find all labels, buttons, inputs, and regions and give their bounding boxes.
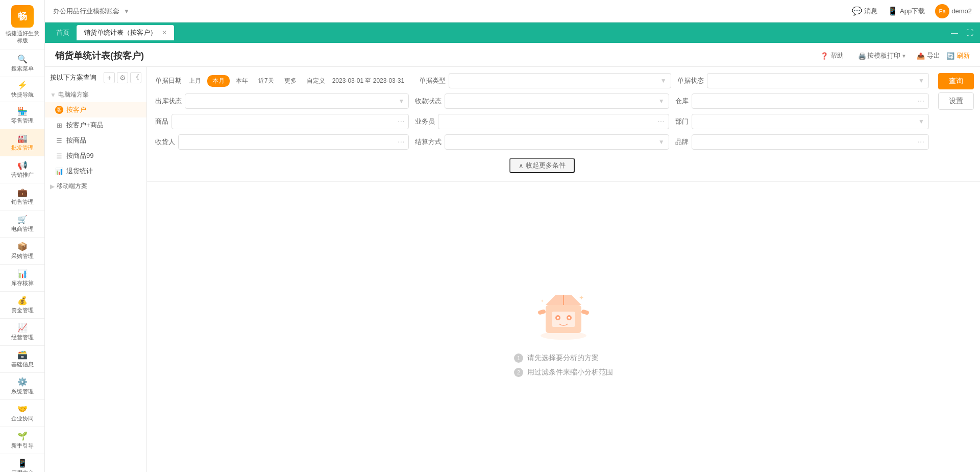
sidebar-item-inventory[interactable]: 📊 库存核算 (0, 265, 44, 292)
date-btn-this-year[interactable]: 本年 (232, 75, 252, 87)
scheme-item-by-goods-99[interactable]: ☰ 按商品99 (45, 148, 146, 163)
by-goods-99-icon: ☰ (55, 152, 63, 160)
sidebar-item-finance[interactable]: 💰 资金管理 (0, 292, 44, 319)
warehouse-select[interactable]: ··· (692, 93, 929, 109)
sidebar-nav-label: 快捷导航 (11, 91, 34, 99)
collapse-btn[interactable]: ∧ 收起更多条件 (509, 158, 575, 173)
message-action[interactable]: 💬 消息 (852, 6, 877, 16)
salesperson-select[interactable]: ··· (438, 114, 669, 129)
goods-select[interactable]: ··· (172, 114, 409, 129)
sidebar: 畅 畅捷通好生意标版 🔍 搜索菜单 ⚡ 快捷导航 🏪 零售管理 🏭 批发管理 📢… (0, 0, 45, 472)
empty-tips: 1 请先选择要分析的方案 2 用过滤条件来缩小分析范围 (514, 353, 613, 377)
app-download-action[interactable]: 📱 App下载 (888, 6, 925, 16)
date-btn-more[interactable]: 更多 (280, 75, 301, 87)
sidebar-item-purchase[interactable]: 📦 采购管理 (0, 238, 44, 265)
sidebar-search[interactable]: 🔍 搜索菜单 (0, 50, 44, 77)
sidebar-logo: 畅 畅捷通好生意标版 (0, 0, 44, 50)
scheme-item-by-goods[interactable]: ☰ 按商品 (45, 133, 146, 148)
scheme-item-by-customer-goods[interactable]: ⊞ 按客户+商品 (45, 117, 146, 133)
svg-text:✦: ✦ (541, 299, 544, 303)
settlement-select[interactable]: ▼ (445, 134, 669, 150)
scheme-settings-btn[interactable]: ⚙ (117, 72, 128, 83)
return-stat-icon: 📊 (55, 167, 63, 175)
salesperson-dots-icon[interactable]: ··· (657, 117, 664, 126)
sidebar-item-system[interactable]: ⚙️ 系统管理 (0, 373, 44, 400)
doc-type-label: 单据类型 (419, 76, 446, 85)
tip-1-text: 请先选择要分析的方案 (527, 353, 599, 363)
doc-type-select[interactable]: ▼ (449, 73, 671, 88)
nav-icon: ⚡ (17, 80, 28, 90)
sidebar-item-base[interactable]: 🗃️ 基础信息 (0, 346, 44, 373)
sidebar-item-sales[interactable]: 💼 销售管理 (0, 183, 44, 210)
print-btn[interactable]: 🖨️ 按模板打印 ▼ (854, 49, 911, 62)
sidebar-item-retail[interactable]: 🏪 零售管理 (0, 102, 44, 129)
scheme-item-return-stat[interactable]: 📊 退货统计 (45, 163, 146, 179)
tab-minimize-btn[interactable]: — (948, 27, 961, 39)
recipient-dots-icon[interactable]: ··· (398, 137, 404, 147)
query-btn[interactable]: 查询 (938, 73, 974, 89)
scheme-panel: 按以下方案查询 + ⚙ 《 ▼ 电脑端方案 客 按客户 (45, 67, 147, 472)
empty-illustration: ✦ ✦ (530, 277, 597, 343)
scheme-add-btn[interactable]: + (104, 72, 115, 83)
sidebar-item-marketing-label: 营销推广 (11, 171, 34, 179)
operation-icon: 📈 (17, 323, 28, 333)
by-customer-goods-icon: ⊞ (55, 121, 63, 129)
filter-goods: 商品 ··· (155, 114, 409, 129)
date-btn-last-7[interactable]: 近7天 (254, 75, 278, 87)
scheme-section-desktop-header[interactable]: ▼ 电脑端方案 (45, 87, 146, 102)
warehouse-dots-icon[interactable]: ··· (918, 97, 924, 106)
brand-dots-icon[interactable]: ··· (918, 137, 924, 147)
newbie-icon: 🌱 (17, 431, 28, 441)
sidebar-item-newbie[interactable]: 🌱 新手引导 (0, 427, 44, 454)
tab-maximize-btn[interactable]: ⛶ (964, 27, 976, 39)
sidebar-item-ecommerce[interactable]: 🛒 电商管理 (0, 210, 44, 238)
chevron-right-icon: ▶ (50, 183, 55, 190)
goods-dots-icon[interactable]: ··· (398, 117, 404, 126)
sidebar-item-marketing[interactable]: 📢 营销推广 (0, 156, 44, 183)
query-action-area: 查询 设置 (938, 73, 974, 110)
tab-sales-stat[interactable]: 销货单统计表（按客户） ✕ (77, 25, 174, 40)
breadcrumb: 办公用品行业模拟账套 (53, 7, 119, 16)
help-btn[interactable]: ❓ 帮助 (816, 49, 848, 62)
sidebar-item-wholesale-label: 批发管理 (11, 144, 34, 152)
refresh-btn[interactable]: 🔄 刷新 (946, 51, 970, 60)
sidebar-item-enterprise[interactable]: 🤝 企业协同 (0, 400, 44, 427)
sidebar-item-operation[interactable]: 📈 经营管理 (0, 319, 44, 346)
date-btn-this-month[interactable]: 本月 (207, 75, 230, 87)
header-right: 💬 消息 📱 App下载 Ea demo2 (852, 4, 972, 18)
receipt-status-select[interactable]: ▼ (445, 93, 669, 109)
recipient-select[interactable]: ··· (178, 134, 409, 150)
svg-rect-8 (537, 309, 546, 315)
marketing-icon: 📢 (17, 160, 28, 170)
date-range-group: 上月 本月 本年 近7天 更多 自定义 (185, 75, 329, 87)
user-action[interactable]: Ea demo2 (935, 4, 972, 18)
sidebar-item-enterprise-label: 企业协同 (11, 415, 34, 422)
collapse-bar: ∧ 收起更多条件 (155, 154, 929, 177)
export-btn[interactable]: 📤 导出 (917, 51, 940, 60)
purchase-icon: 📦 (17, 242, 28, 251)
tab-home[interactable]: 首页 (49, 25, 77, 40)
scheme-item-by-customer[interactable]: 客 按客户 (45, 102, 146, 117)
svg-point-7 (568, 317, 570, 319)
scheme-collapse-btn[interactable]: 《 (130, 72, 141, 83)
sidebar-nav[interactable]: ⚡ 快捷导航 (0, 77, 44, 102)
date-btn-custom[interactable]: 自定义 (303, 75, 329, 87)
sidebar-item-wholesale[interactable]: 🏭 批发管理 (0, 129, 44, 156)
settings-btn[interactable]: 设置 (938, 92, 974, 110)
out-status-select[interactable]: ▼ (185, 93, 409, 109)
sidebar-item-appcenter[interactable]: 📱 应用中心 (0, 454, 44, 472)
brand-select[interactable]: ··· (692, 134, 929, 150)
sidebar-item-finance-label: 资金管理 (11, 306, 34, 314)
ecommerce-icon: 🛒 (17, 215, 28, 224)
scheme-panel-actions: + ⚙ 《 (104, 72, 141, 83)
sidebar-item-operation-label: 经营管理 (11, 334, 34, 341)
breadcrumb-dropdown-icon[interactable]: ▼ (124, 8, 130, 15)
filter-doc-type: 单据类型 ▼ (419, 73, 671, 88)
doc-status-select[interactable]: ▼ (707, 73, 929, 88)
user-name-label: demo2 (951, 7, 972, 15)
date-btn-prev-month[interactable]: 上月 (185, 75, 205, 87)
scheme-section-mobile-header[interactable]: ▶ 移动端方案 (45, 179, 146, 194)
out-status-arrow-icon: ▼ (398, 98, 404, 105)
dept-select[interactable]: ▼ (692, 114, 929, 129)
tab-close-icon[interactable]: ✕ (162, 29, 167, 36)
